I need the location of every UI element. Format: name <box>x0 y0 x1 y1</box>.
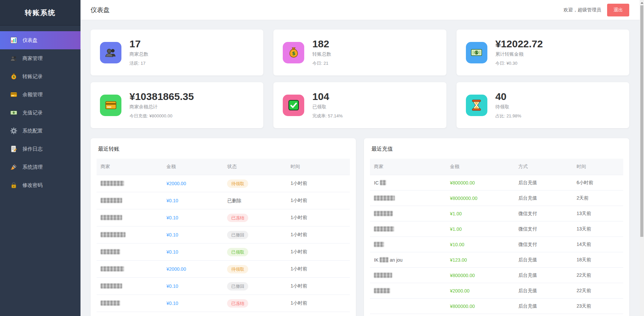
time-cell: 13天前 <box>573 206 623 221</box>
status-cell: 已冻结 <box>223 209 286 226</box>
panel-title: 最近充值 <box>370 145 623 159</box>
table-row[interactable]: ¥2000.00后台充值22天前 <box>370 283 623 299</box>
amount-cell: ¥1.00 <box>446 206 515 221</box>
table-row[interactable]: ¥800000.00后台充值22天前 <box>370 268 623 283</box>
browser-scrollbar[interactable] <box>640 0 644 316</box>
stat-card-1: $182转账总数今日: 21 <box>273 30 446 75</box>
status-badge: 已删除 <box>227 198 241 203</box>
logout-button[interactable]: 退出 <box>607 4 629 16</box>
stat-sub: 活跃: 17 <box>129 60 148 66</box>
amount-cell: ¥10.00 <box>446 237 515 252</box>
table-row[interactable]: ¥1.00微信支付1月前 <box>370 314 623 316</box>
table-header-row: 商家金额方式时间 <box>370 159 623 175</box>
sidebar-item-label: 操作日志 <box>22 146 43 152</box>
money-bag-icon: $ <box>10 73 17 80</box>
amount-value: ¥123.00 <box>450 257 467 263</box>
table-row[interactable]: ¥8000000.00后台充值2天前 <box>370 191 623 206</box>
stat-sub: 今日充值: ¥800000.00 <box>129 113 194 119</box>
sidebar-item-logs[interactable]: 操作日志 <box>0 140 80 158</box>
table-row[interactable]: ¥0.10已撤回1小时前 <box>97 278 350 295</box>
column-header: 金额 <box>162 159 223 175</box>
merchant-cell <box>97 244 162 261</box>
table-row[interactable]: ¥2000.00待领取1小时前 <box>97 261 350 278</box>
scrollbar-thumb[interactable] <box>640 5 643 237</box>
column-header: 金额 <box>446 159 515 175</box>
sidebar-item-recharge-records[interactable]: $充值记录 <box>0 104 80 122</box>
table-row[interactable]: ¥0.10已删除1小时前 <box>97 192 350 209</box>
users-icon <box>10 55 17 62</box>
amount-cell: ¥2000.00 <box>446 283 515 299</box>
status-badge: 已冻结 <box>227 299 248 308</box>
status-badge: 待领取 <box>227 265 248 273</box>
recent-transfers-panel: 最近转账 商家金额状态时间¥2000.00待领取1小时前¥0.10已删除1小时前… <box>91 138 356 316</box>
sidebar-item-cleanup[interactable]: 系统清理 <box>0 158 80 176</box>
sidebar-item-label: 余额管理 <box>22 92 43 98</box>
method-cell: 后台充值 <box>514 175 573 191</box>
blurred-merchant-name <box>101 301 120 306</box>
table-row[interactable]: IK an jou¥123.00后台充值18天前 <box>370 252 623 268</box>
table-row[interactable]: ¥800000.00后台充值23天前 <box>370 299 623 314</box>
table-header-row: 商家金额状态时间 <box>97 159 350 175</box>
sidebar-item-transfer-records[interactable]: $转账记录 <box>0 67 80 86</box>
status-cell: 待领取 <box>223 312 286 316</box>
time-cell: 22天前 <box>573 268 623 283</box>
column-header: 商家 <box>97 159 162 175</box>
merchant-cell <box>97 192 162 209</box>
blurred-merchant-name <box>101 249 120 254</box>
stat-info: 182转账总数今日: 21 <box>312 39 331 67</box>
merchant-cell <box>97 226 162 244</box>
amount-value: ¥2000.00 <box>450 288 470 294</box>
table-row[interactable]: IC ¥800000.00后台充值6小时前 <box>370 175 623 191</box>
blurred-merchant-name <box>101 181 124 186</box>
table-row[interactable]: ¥1.00微信支付13天前 <box>370 221 623 237</box>
table-row[interactable]: ¥1.00微信支付13天前 <box>370 206 623 221</box>
merchant-cell <box>97 278 162 295</box>
lock-icon <box>10 181 17 189</box>
time-cell: 1小时前 <box>286 192 350 209</box>
amount-cell: ¥123.00 <box>446 252 515 268</box>
merchant-cell <box>370 191 446 206</box>
time-cell: 1小时前 <box>286 209 350 226</box>
sidebar-item-balance[interactable]: 余额管理 <box>0 86 80 104</box>
merchant-cell <box>97 295 162 312</box>
amount-cell: ¥0.10 <box>162 295 223 312</box>
sidebar-item-label: 商家管理 <box>22 55 43 62</box>
app-root: 转账系统 仪表盘商家管理$转账记录余额管理$充值记录系统配置操作日志系统清理修改… <box>0 0 644 316</box>
scrollbar-up-arrow-icon[interactable] <box>640 0 644 5</box>
sidebar-item-merchants[interactable]: 商家管理 <box>0 49 80 67</box>
sidebar-item-dashboard[interactable]: 仪表盘 <box>0 31 80 49</box>
stat-label: 商家余额总计 <box>129 104 194 110</box>
table-row[interactable]: ¥0.10已冻结1小时前 <box>97 209 350 226</box>
brush-icon <box>10 163 17 171</box>
table-row[interactable]: ¥2000.00待领取1小时前 <box>97 175 350 192</box>
svg-text:$: $ <box>13 75 15 78</box>
stat-info: ¥10381865.35商家余额总计今日充值: ¥800000.00 <box>129 91 194 119</box>
amount-cell: ¥0.10 <box>162 226 223 244</box>
stat-label: 商家总数 <box>129 51 148 57</box>
amount-value: ¥8000000.00 <box>450 196 478 201</box>
amount-value: ¥800000.00 <box>450 304 475 309</box>
time-cell: 1小时前 <box>286 244 350 261</box>
table-row[interactable]: 你家苹苹¥0.10待领取1小时前 <box>97 312 350 316</box>
table-row[interactable]: ¥0.10已领取1小时前 <box>97 244 350 261</box>
recent-recharges-table: 商家金额方式时间IC ¥800000.00后台充值6小时前¥8000000.00… <box>370 159 623 316</box>
table-row[interactable]: ¥0.10已冻结1小时前 <box>97 295 350 312</box>
recent-recharges-panel: 最近充值 商家金额方式时间IC ¥800000.00后台充值6小时前¥80000… <box>364 138 629 316</box>
check-icon <box>283 95 304 116</box>
amount-cell: ¥0.10 <box>162 312 223 316</box>
method-cell: 后台充值 <box>514 268 573 283</box>
time-cell: 1小时前 <box>286 278 350 295</box>
table-row[interactable]: ¥10.00微信支付14天前 <box>370 237 623 252</box>
merchant-cell <box>370 268 446 283</box>
stat-card-0: 17商家总数活跃: 17 <box>91 30 263 75</box>
gear-icon <box>10 127 17 135</box>
stat-sub: 占比: 21.98% <box>495 113 521 119</box>
column-header: 商家 <box>370 159 446 175</box>
sidebar-item-password[interactable]: 修改密码 <box>0 176 80 194</box>
stat-value: ¥10381865.35 <box>129 91 194 102</box>
stat-card-4: 104已领取完成率: 57.14% <box>273 82 446 128</box>
sidebar-item-settings[interactable]: 系统配置 <box>0 122 80 140</box>
amount-value: ¥0.10 <box>166 215 178 220</box>
amount-value: ¥10.00 <box>450 242 465 247</box>
table-row[interactable]: ¥0.10已撤回1小时前 <box>97 226 350 244</box>
